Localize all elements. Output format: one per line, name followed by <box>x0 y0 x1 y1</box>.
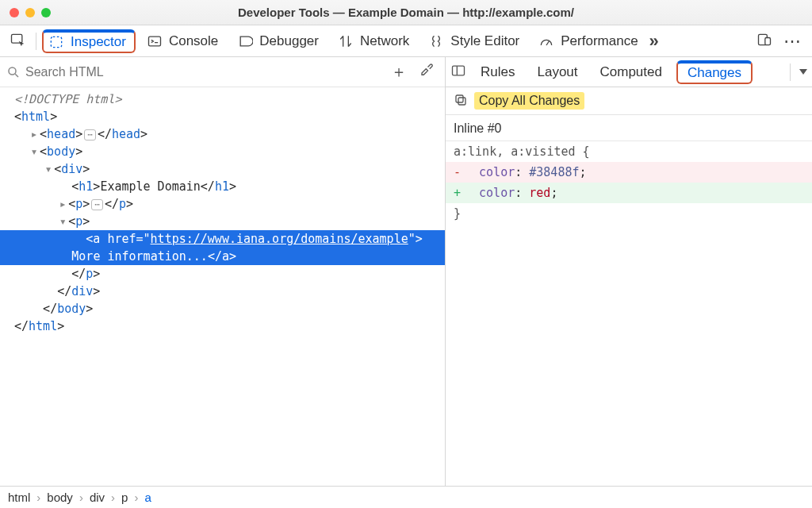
separator <box>36 33 36 50</box>
tab-performance-label: Performance <box>561 33 638 49</box>
selected-node[interactable]: <a href="https://www.iana.org/domains/ex… <box>0 230 445 265</box>
chevron-right-icon: › <box>134 491 138 504</box>
breadcrumbs: html › body › div › p › a <box>0 486 812 508</box>
twisty-icon[interactable]: ▸ <box>57 195 68 213</box>
sidetab-computed[interactable]: Computed <box>592 61 670 83</box>
tab-performance[interactable]: Performance <box>530 30 645 52</box>
tab-network-label: Network <box>360 33 409 49</box>
tab-console[interactable]: Console <box>139 30 226 52</box>
window-controls <box>0 8 63 17</box>
overflow-tabs-button[interactable]: » <box>649 31 656 52</box>
toggle-3pane-button[interactable] <box>450 63 466 81</box>
changes-diff: a:link, a:visited { - color: #38488f; + … <box>446 141 812 224</box>
twisty-icon[interactable]: ▾ <box>43 160 54 178</box>
diff-close-brace: } <box>446 203 812 224</box>
titlebar: Developer Tools — Example Domain — http:… <box>0 0 812 25</box>
ellipsis-icon[interactable]: ⋯ <box>84 129 96 140</box>
separator <box>790 64 791 81</box>
tab-network[interactable]: Network <box>330 30 417 52</box>
zoom-window-icon[interactable] <box>41 8 51 17</box>
svg-rect-9 <box>456 95 463 102</box>
crumb-div[interactable]: div <box>90 491 105 504</box>
eyedropper-button[interactable] <box>419 61 434 83</box>
tab-inspector-label: Inspector <box>71 34 126 50</box>
svg-rect-1 <box>51 37 61 47</box>
side-tabs: Rules Layout Computed Changes <box>446 57 812 87</box>
search-html-input[interactable] <box>25 65 386 79</box>
responsive-design-button[interactable] <box>756 32 772 50</box>
close-window-icon[interactable] <box>10 8 19 17</box>
chevron-right-icon: › <box>111 491 115 504</box>
sidetab-layout[interactable]: Layout <box>529 61 585 83</box>
copy-icon <box>454 93 468 110</box>
svg-rect-8 <box>458 98 465 105</box>
search-row <box>0 57 445 87</box>
crumb-p[interactable]: p <box>121 491 128 504</box>
overflow-sidetabs-button[interactable] <box>799 69 807 75</box>
add-node-button[interactable] <box>391 61 407 83</box>
devtools-toolbar: Inspector Console Debugger Network Style… <box>0 25 812 57</box>
ellipsis-icon[interactable]: ⋯ <box>91 199 103 210</box>
tab-style-editor-label: Style Editor <box>450 33 519 49</box>
minimize-window-icon[interactable] <box>25 8 35 17</box>
markup-pane: <!<!DOCTYPE html>DOCTYPE html> <html> ▸<… <box>0 57 446 486</box>
crumb-body[interactable]: body <box>47 491 73 504</box>
diff-added-line: + color: red; <box>446 183 812 203</box>
copy-changes-row: Copy All Changes <box>446 87 812 115</box>
svg-rect-2 <box>148 37 160 46</box>
devtools-menu-button[interactable]: ⋯ <box>783 31 802 52</box>
svg-rect-0 <box>12 34 22 43</box>
tab-inspector[interactable]: Inspector <box>42 29 136 53</box>
search-icon <box>6 65 21 79</box>
chevron-right-icon: › <box>36 491 40 504</box>
svg-rect-6 <box>453 66 465 75</box>
copy-all-changes-button[interactable]: Copy All Changes <box>474 92 584 110</box>
window-title: Developer Tools — Example Domain — http:… <box>63 6 812 19</box>
twisty-icon[interactable]: ▸ <box>29 125 40 143</box>
diff-selector: a:link, a:visited { <box>446 141 812 162</box>
crumb-html[interactable]: html <box>8 491 30 504</box>
svg-point-5 <box>9 67 16 75</box>
changes-source-label: Inline #0 <box>446 115 812 141</box>
markup-tree[interactable]: <!<!DOCTYPE html>DOCTYPE html> <html> ▸<… <box>0 87 445 486</box>
tab-debugger-label: Debugger <box>259 33 319 49</box>
workspace: <!<!DOCTYPE html>DOCTYPE html> <html> ▸<… <box>0 57 812 486</box>
sidetab-rules[interactable]: Rules <box>473 61 523 83</box>
twisty-icon[interactable]: ▾ <box>57 213 68 230</box>
side-pane: Rules Layout Computed Changes Copy All C… <box>446 57 812 486</box>
tab-debugger[interactable]: Debugger <box>229 30 327 52</box>
crumb-a[interactable]: a <box>144 491 151 504</box>
chevron-right-icon: › <box>79 491 83 504</box>
tab-console-label: Console <box>169 33 218 49</box>
tab-style-editor[interactable]: Style Editor <box>420 30 527 52</box>
sidetab-changes[interactable]: Changes <box>676 60 753 84</box>
diff-removed-line: - color: #38488f; <box>446 162 812 183</box>
twisty-icon[interactable]: ▾ <box>29 143 40 160</box>
element-picker-button[interactable] <box>5 29 30 53</box>
svg-rect-4 <box>765 38 771 45</box>
